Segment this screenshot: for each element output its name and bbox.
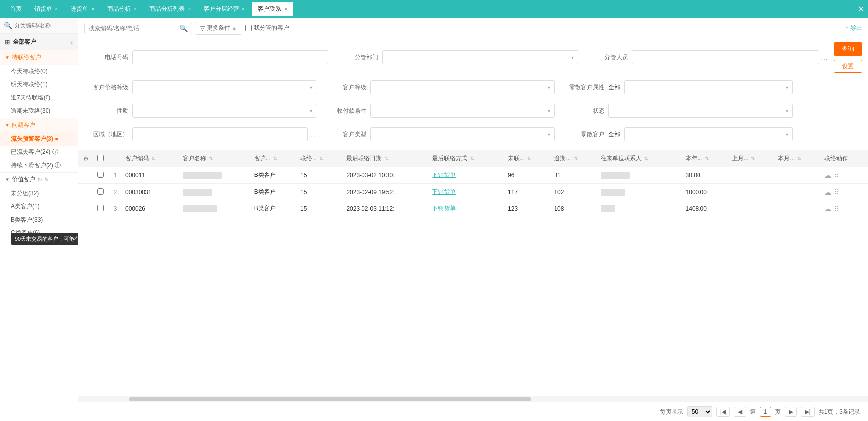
sidebar-item-overdue[interactable]: 逾期未联络(30) <box>0 104 78 118</box>
th-contact-count[interactable]: 联络... ⇅ <box>297 150 343 167</box>
th-this-month[interactable]: 本月... ⇅ <box>775 150 821 167</box>
tab-product-analysis[interactable]: 商品分析 × <box>101 2 143 16</box>
filter-zero-attr-select[interactable]: ▾ <box>624 80 793 94</box>
first-page-btn[interactable]: |◀ <box>716 407 730 417</box>
export-btn[interactable]: ↑ 导出 <box>845 24 862 32</box>
contact-icon[interactable]: ☁ <box>824 172 831 179</box>
customer-table: ⚙ 客户编码 ⇅ 客户名称 ⇅ <box>78 150 868 217</box>
sidebar-item-class-a[interactable]: A类客户(1) <box>0 200 78 213</box>
sidebar-item-tomorrow[interactable]: 明天待联络(1) <box>0 78 78 91</box>
td-overdue-days: 81 <box>551 167 597 184</box>
th-last-month[interactable]: 上月... ⇅ <box>729 150 775 167</box>
sidebar-item-today[interactable]: 今天待联络(0) <box>0 65 78 78</box>
filter-manager-input[interactable] <box>632 50 819 64</box>
contact-icon[interactable]: ☁ <box>824 188 831 196</box>
td-no-contact-days: 117 <box>505 184 551 200</box>
search-submit-icon[interactable]: 🔍 <box>179 25 188 32</box>
filter-cust-type-select[interactable]: ▾ <box>370 127 555 141</box>
sidebar-item-churn-warning[interactable]: 流失预警客户(3) ● <box>0 132 78 146</box>
filter-phone-input[interactable] <box>132 50 328 64</box>
prev-page-btn[interactable]: ◀ <box>734 407 746 417</box>
filter-zero-attr-label: 零散客户属性 <box>560 83 604 92</box>
more-actions-icon[interactable]: ⠿ <box>834 188 839 196</box>
filter-price-select[interactable]: ▾ <box>132 80 316 94</box>
row-checkbox[interactable] <box>97 172 104 178</box>
settings-button[interactable]: 设置 <box>834 60 862 73</box>
sidebar-section-pending-header[interactable]: ▼ 待联络客户 <box>0 50 78 65</box>
sidebar-all-customers[interactable]: ⊞ 全部客户 « <box>0 34 78 50</box>
horizontal-scrollbar[interactable] <box>78 396 868 402</box>
sidebar-item-ungrouped[interactable]: 未分组(32) <box>0 187 78 200</box>
tab-customer-contact[interactable]: 客户联系 × <box>252 2 293 16</box>
row-checkbox[interactable] <box>97 205 104 211</box>
more-actions-icon[interactable]: ⠿ <box>834 205 839 213</box>
select-all-checkbox[interactable] <box>97 155 104 161</box>
filter-more-btn[interactable]: ▽ 更多条件 ▲ <box>196 22 241 35</box>
sidebar-item-7days[interactable]: 近7天待联络(0) <box>0 91 78 104</box>
filter-payment-select[interactable]: ▾ <box>370 104 555 118</box>
th-last-contact-date[interactable]: 最后联络日期 ⇅ <box>343 150 429 167</box>
tab-product-list[interactable]: 商品分析列表 × <box>144 2 196 16</box>
contact-icon[interactable]: ☁ <box>824 205 831 213</box>
th-this-year[interactable]: 本年... ⇅ <box>683 150 729 167</box>
th-contact-person[interactable]: 往来单位联系人 ⇅ <box>598 150 683 167</box>
th-overdue-days[interactable]: 逾期... ⇅ <box>551 150 597 167</box>
filter-gender-select[interactable]: ▾ <box>132 104 316 118</box>
th-this-month-label: 本月... <box>778 155 795 162</box>
next-page-btn[interactable]: ▶ <box>785 407 797 417</box>
tab-purchase[interactable]: 进货单 × <box>65 2 100 16</box>
filter-status-select[interactable]: ▾ <box>608 104 793 118</box>
arrow-down-icon: ▼ <box>5 123 10 128</box>
sidebar-search-input[interactable] <box>14 22 78 29</box>
th-settings[interactable]: ⚙ <box>78 150 93 167</box>
more-icon[interactable]: … <box>821 53 828 61</box>
chevron-down-icon: ▾ <box>548 132 550 137</box>
filter-region-input[interactable] <box>132 127 308 141</box>
sidebar-section-problem-header[interactable]: ▼ 问题客户 <box>0 118 78 132</box>
filter-dept-select[interactable]: ▾ <box>382 50 578 64</box>
tab-sales[interactable]: 销货单 × <box>28 2 64 16</box>
table-row: 3 000026 B类客户 15 2023-02-03 11:12: 下销货单 … <box>78 200 868 217</box>
more-actions-icon[interactable]: ⠿ <box>834 172 839 179</box>
th-last-contact-method[interactable]: 最后联络方式 ⇅ <box>429 150 505 167</box>
scroll-thumb[interactable] <box>129 397 531 401</box>
tab-home[interactable]: 首页 <box>4 2 27 16</box>
search-input[interactable] <box>89 25 179 32</box>
close-icon[interactable]: × <box>188 6 191 12</box>
th-no-contact-days[interactable]: 未联... ⇅ <box>505 150 551 167</box>
th-customer-code[interactable]: 客户编码 ⇅ <box>122 150 180 167</box>
row-checkbox[interactable] <box>97 188 104 195</box>
th-customer-type[interactable]: 客户... ⇅ <box>251 150 297 167</box>
contact-method-link[interactable]: 下销货单 <box>432 205 456 212</box>
edit-icon[interactable]: ✎ <box>44 176 49 183</box>
th-contact-count-label: 联络... <box>300 155 317 162</box>
sidebar-item-class-b[interactable]: B类客户(33) <box>0 213 78 226</box>
my-customers-checkbox[interactable] <box>245 25 252 31</box>
filter-cust-type-cell: 客户类型 ▾ <box>322 125 560 143</box>
td-checkbox-cell <box>93 167 108 184</box>
td-contact-count: 15 <box>297 167 343 184</box>
filter-cust-level-select[interactable]: ▾ <box>370 80 555 94</box>
sidebar-item-declining[interactable]: 持续下滑客户(2) ⓘ <box>0 159 78 172</box>
app-close-icon[interactable]: ✕ <box>858 4 864 14</box>
close-icon[interactable]: × <box>55 6 58 12</box>
contact-method-link[interactable]: 下销货单 <box>432 172 456 178</box>
filter-zero-retail-select[interactable]: ▾ <box>624 127 793 141</box>
close-icon[interactable]: × <box>91 6 94 12</box>
sidebar-item-churned[interactable]: 已流失客户(24) ⓘ <box>0 146 78 159</box>
close-icon[interactable]: × <box>134 6 137 12</box>
region-more-icon[interactable]: … <box>310 130 316 138</box>
td-no-contact-days: 96 <box>505 167 551 184</box>
td-type: B类客户 <box>251 184 297 200</box>
tab-customer-tier[interactable]: 客户分层经营 × <box>198 2 251 16</box>
close-icon[interactable]: × <box>242 6 245 12</box>
query-button[interactable]: 查询 <box>834 42 862 56</box>
close-icon[interactable]: × <box>284 6 287 12</box>
sidebar-section-value-header[interactable]: ▼ 价值客户 ↻ ✎ <box>0 173 78 187</box>
last-page-btn[interactable]: ▶| <box>801 407 815 417</box>
td-type: B类客户 <box>251 200 297 217</box>
refresh-icon[interactable]: ↻ <box>37 176 42 183</box>
contact-method-link[interactable]: 下销货单 <box>432 188 456 195</box>
th-customer-name[interactable]: 客户名称 ⇅ <box>180 150 251 167</box>
per-page-select[interactable]: 50 100 <box>687 406 712 417</box>
